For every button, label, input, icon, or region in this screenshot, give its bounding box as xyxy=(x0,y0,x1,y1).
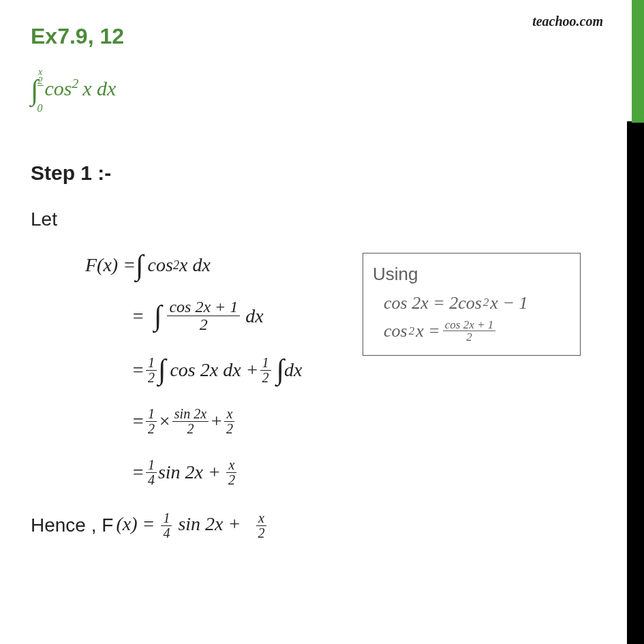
hence-line: Hence , F (x) = 1 4 sin 2x + x 2 xyxy=(31,511,596,540)
integral-icon: ∫ xyxy=(31,79,39,102)
page-content: teachoo.com Ex7.9, 12 ∫ x2 0 cos2x dx St… xyxy=(0,0,627,554)
step-heading: Step 1 :- xyxy=(31,162,596,185)
fraction: 1 4 xyxy=(161,511,172,540)
let-text: Let xyxy=(31,209,596,230)
fraction: x 2 xyxy=(256,511,266,540)
fraction: 1 2 xyxy=(146,356,157,385)
fraction: 1 4 xyxy=(146,458,157,487)
integral-icon: ∫ xyxy=(136,254,144,277)
fraction: 1 2 xyxy=(146,407,157,436)
fraction: cos 2x + 1 2 xyxy=(443,319,495,344)
fraction: x 2 xyxy=(226,458,237,487)
fraction: 1 2 xyxy=(260,356,271,385)
page-edge xyxy=(627,121,632,644)
hint-heading: Using xyxy=(373,260,570,289)
integral-icon: ∫ xyxy=(158,358,166,382)
hint-box: Using cos 2x = 2cos2 x − 1 cos2 x = cos … xyxy=(363,253,581,356)
fraction: cos 2x + 1 2 xyxy=(167,298,240,333)
integral-icon: ∫ xyxy=(154,305,162,328)
fraction: sin 2x 2 xyxy=(172,407,209,436)
hint-row-1: cos 2x = 2cos2 x − 1 xyxy=(384,289,570,318)
watermark: teachoo.com xyxy=(532,14,603,29)
hint-row-2: cos2 x = cos 2x + 1 2 xyxy=(384,317,570,346)
integral-icon: ∫ xyxy=(277,358,285,382)
problem-expression: ∫ x2 0 cos2x dx xyxy=(31,68,596,114)
scrollbar-thumb[interactable] xyxy=(632,123,644,644)
math-line-5: = 1 4 sin 2x + x 2 xyxy=(132,458,596,487)
math-line-4: = 1 2 × sin 2x 2 + x 2 xyxy=(132,407,596,436)
fraction: x 2 xyxy=(224,407,235,436)
math-line-3: = 1 2 ∫ cos 2x dx + 1 2 ∫ dx xyxy=(132,356,596,385)
exercise-title: Ex7.9, 12 xyxy=(31,24,596,49)
